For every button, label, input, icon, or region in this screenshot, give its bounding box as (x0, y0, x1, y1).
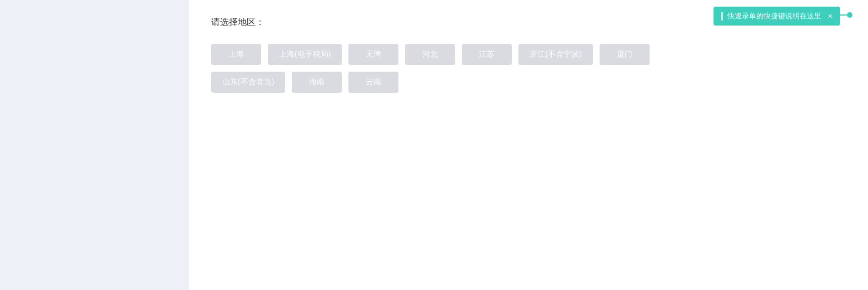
close-icon[interactable]: × (828, 12, 832, 21)
region-btn-hainan[interactable]: 海南 (292, 72, 342, 93)
tooltip-bar (721, 12, 723, 21)
left-panel (0, 0, 189, 290)
tooltip-banner: 快速录单的快捷键说明在这里 × (714, 7, 840, 26)
region-btn-shanghai-etax[interactable]: 上海(电子税局) (268, 44, 342, 65)
region-btn-yunnan[interactable]: 云南 (348, 72, 398, 93)
region-btn-hebei[interactable]: 河北 (405, 44, 455, 65)
region-button-group: 上海 上海(电子税局) 天津 河北 江苏 浙江(不含宁波) 厦门 (211, 44, 846, 65)
region-btn-tianjin[interactable]: 天津 (348, 44, 398, 65)
tooltip-text: 快速录单的快捷键说明在这里 (727, 11, 821, 21)
tooltip-connector-dot (847, 12, 852, 18)
main-content: 请选择地区： 上海 上海(电子税局) 天津 河北 江苏 浙江(不含宁波) 厦门 … (189, 0, 868, 290)
region-button-group-row2: 山东(不含青岛) 海南 云南 (211, 72, 846, 93)
region-btn-jiangsu[interactable]: 江苏 (462, 44, 512, 65)
tooltip-connector-line (840, 14, 847, 16)
region-btn-shanghai[interactable]: 上海 (211, 44, 261, 65)
region-btn-shandong[interactable]: 山东(不含青岛) (211, 72, 285, 93)
region-btn-zhejiang[interactable]: 浙江(不含宁波) (518, 44, 592, 65)
region-btn-xiamen[interactable]: 厦门 (600, 44, 650, 65)
